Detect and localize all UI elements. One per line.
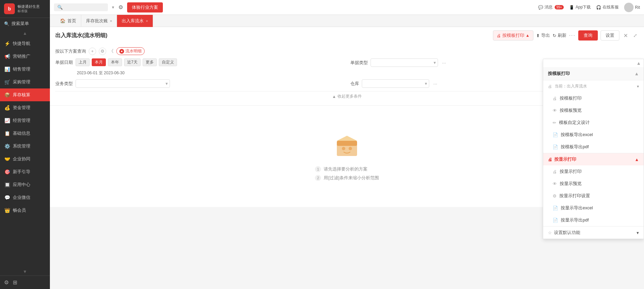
section-arrow: ▲ bbox=[635, 157, 639, 162]
phone-icon: 📱 bbox=[569, 5, 574, 10]
sidebar-item-marketing[interactable]: 📢 营销推广 bbox=[0, 50, 50, 63]
excel-icon: 📄 bbox=[553, 132, 558, 137]
dropdown-template-custom[interactable]: ✏ 模板自定义设计 bbox=[543, 116, 644, 129]
date-btn-this-month[interactable]: 本月 bbox=[92, 58, 106, 66]
sidebar-item-app-center[interactable]: 🔲 应用中心 bbox=[0, 178, 50, 191]
purchase-icon: 🛒 bbox=[4, 79, 10, 85]
tab-flow[interactable]: 出入库流水 × bbox=[117, 15, 153, 27]
filter-warehouse-select[interactable] bbox=[362, 79, 429, 88]
filter-collapse-arrow[interactable]: 《 bbox=[109, 48, 114, 54]
refresh-btn[interactable]: ↻ 刷新 bbox=[553, 32, 566, 38]
sidebar-search[interactable]: 🔍 搜索菜单 bbox=[0, 18, 50, 29]
app-logo-icon: b bbox=[4, 3, 15, 14]
topbar-dropdown-arrow[interactable]: ▾ bbox=[112, 5, 114, 10]
date-btn-custom[interactable]: 自定义 bbox=[159, 58, 177, 66]
display-pdf-icon: 📄 bbox=[553, 218, 558, 223]
export-btn[interactable]: ⬆ 导出 bbox=[536, 32, 550, 38]
print-template-btn[interactable]: 🖨 按模板打印 ▲ bbox=[493, 30, 533, 41]
warehouse-more-btn[interactable]: ··· bbox=[433, 81, 437, 86]
tab-flow-close[interactable]: × bbox=[146, 19, 148, 23]
sidebar-item-enterprise-collab[interactable]: 🤝 企业协同 bbox=[0, 153, 50, 165]
sidebar-item-sales[interactable]: 📊 销售管理 bbox=[0, 63, 50, 76]
query-btn[interactable]: 查询 bbox=[578, 30, 598, 41]
dropdown-display-preview[interactable]: 👁 按显示预览 bbox=[543, 178, 644, 190]
date-btn-this-year[interactable]: 本年 bbox=[108, 58, 122, 66]
filter-business-type-select[interactable] bbox=[76, 79, 170, 88]
dropdown-template-preview[interactable]: 👁 按模板预览 bbox=[543, 104, 644, 116]
dropdown-panel-header: 按模板打印 ▲ bbox=[543, 67, 644, 80]
expand-btn[interactable]: ⤢ bbox=[632, 31, 639, 40]
sidebar-item-membership[interactable]: 👑 畅会员 bbox=[0, 204, 50, 217]
trial-btn[interactable]: 体验行业方案 bbox=[127, 2, 163, 12]
refresh-icon: ↻ bbox=[553, 33, 556, 38]
tab-home[interactable]: 🏠 首页 bbox=[55, 15, 81, 27]
tab-batch-label: 库存批次账 bbox=[86, 18, 108, 24]
sidebar-item-label: 库存核算 bbox=[13, 92, 30, 98]
display-section-icon: 🖨 bbox=[548, 157, 552, 162]
template-custom-label: 模板自定义设计 bbox=[559, 120, 590, 126]
topbar-online-service[interactable]: 🎧 在线客服 bbox=[596, 4, 619, 10]
tab-batch[interactable]: 库存批次账 × bbox=[81, 15, 117, 27]
topbar-user[interactable]: Rit bbox=[624, 3, 640, 12]
svg-marker-2 bbox=[337, 136, 357, 141]
sidebar-scroll-up[interactable]: ▲ bbox=[0, 29, 50, 37]
dropdown-scroll-up[interactable]: ▲ bbox=[543, 59, 644, 67]
sidebar-item-basic-info[interactable]: 📋 基础信息 bbox=[0, 127, 50, 140]
filter-settings-btn[interactable]: ⚙ bbox=[99, 48, 106, 55]
sidebar-item-operations[interactable]: 📈 经营管理 bbox=[0, 114, 50, 127]
sidebar-item-inventory[interactable]: 📦 库存核算 bbox=[0, 88, 50, 101]
dropdown-footer[interactable]: ☆ 设置默认功能 ▾ bbox=[543, 226, 644, 239]
collapse-label: 收起更多条件 bbox=[338, 94, 362, 99]
sidebar-bottom: ⚙ ⊞ bbox=[0, 275, 50, 289]
sidebar-settings-icon[interactable]: ⚙ bbox=[4, 279, 9, 286]
sidebar-item-label: 快捷导航 bbox=[13, 41, 30, 47]
dropdown-display-print[interactable]: 🖨 按显示打印 bbox=[543, 165, 644, 178]
dropdown-template-print[interactable]: 🖨 按模板打印 bbox=[543, 92, 644, 104]
settings-btn[interactable]: 设置 bbox=[601, 30, 619, 41]
sidebar-item-enterprise-wechat[interactable]: 💬 企业微信 bbox=[0, 191, 50, 204]
sidebar-item-finance[interactable]: 💰 资金管理 bbox=[0, 101, 50, 114]
sidebar-item-system[interactable]: ⚙️ 系统管理 bbox=[0, 140, 50, 153]
display-excel-icon: 📄 bbox=[553, 206, 558, 211]
step-2-text: 用[过滤]条件来缩小分析范围 bbox=[324, 175, 379, 181]
more-options-icon[interactable]: ··· bbox=[569, 32, 576, 38]
sidebar-item-label: 新手引导 bbox=[13, 169, 30, 175]
tabs-bar: 🏠 首页 库存批次账 × 出入库流水 × bbox=[50, 15, 644, 27]
filter-add-btn[interactable]: + bbox=[89, 48, 96, 55]
empty-state-icon bbox=[330, 129, 364, 159]
filter-voucher-type-select[interactable] bbox=[371, 58, 438, 67]
date-btn-last-month[interactable]: 上月 bbox=[76, 58, 90, 66]
sidebar-item-label: 系统管理 bbox=[13, 143, 30, 149]
dropdown-display-export-excel[interactable]: 📄 按显示导出excel bbox=[543, 202, 644, 214]
pdf-icon: 📄 bbox=[553, 144, 558, 150]
dropdown-template-export-excel[interactable]: 📄 按模板导出excel bbox=[543, 129, 644, 141]
dropdown-current-label: 当前：出入库流水 bbox=[555, 83, 587, 89]
sidebar-item-label: 营销推广 bbox=[13, 53, 30, 59]
sidebar-item-quick-nav[interactable]: ⚡ 快捷导航 bbox=[0, 37, 50, 50]
voucher-more-btn[interactable]: ··· bbox=[442, 60, 446, 65]
sidebar: b 畅捷通好生意 标准版 🔍 搜索菜单 ▲ ⚡ 快捷导航 📢 营销推广 📊 销售… bbox=[0, 0, 50, 289]
sidebar-item-purchase[interactable]: 🛒 采购管理 bbox=[0, 76, 50, 88]
dropdown-display-export-pdf[interactable]: 📄 按显示导出pdf bbox=[543, 214, 644, 226]
topbar-search-box[interactable]: 🔍 bbox=[54, 3, 108, 11]
search-icon: 🔍 bbox=[4, 21, 9, 26]
current-icon: 🖨 bbox=[548, 84, 552, 89]
sidebar-item-newbie[interactable]: 🎯 新手引导 bbox=[0, 165, 50, 178]
filter-tag-icon: ● bbox=[119, 49, 124, 54]
sidebar-collapse-icon[interactable]: ⊞ bbox=[13, 279, 17, 286]
date-btn-7days[interactable]: 近7天 bbox=[124, 58, 141, 66]
date-btn-more[interactable]: 更多 bbox=[143, 58, 157, 66]
filter-tag[interactable]: ● 流水明细 bbox=[116, 47, 145, 55]
sidebar-scroll-down[interactable]: ▼ bbox=[0, 268, 50, 275]
dropdown-template-export-pdf[interactable]: 📄 按模板导出pdf bbox=[543, 141, 644, 153]
dropdown-header-arrow[interactable]: ▲ bbox=[634, 71, 639, 76]
topbar-app-download[interactable]: 📱 App下载 bbox=[569, 4, 591, 10]
topbar-gear-icon[interactable]: ⚙ bbox=[118, 4, 123, 10]
tab-batch-close[interactable]: × bbox=[110, 19, 112, 23]
filter-tag-label: 流水明细 bbox=[125, 48, 142, 54]
dropdown-display-section[interactable]: 🖨 按显示打印 ▲ bbox=[543, 153, 644, 165]
page-header: 出入库流水(流水明细) 🖨 按模板打印 ▲ ⬆ 导出 ↻ 刷新 ··· 查询 设… bbox=[50, 27, 644, 43]
close-panel-btn[interactable]: ✕ bbox=[622, 31, 629, 40]
topbar-message[interactable]: 💬 消息 99+ bbox=[538, 4, 564, 10]
dropdown-display-print-settings[interactable]: ⚙ 按显示打印设置 bbox=[543, 190, 644, 202]
